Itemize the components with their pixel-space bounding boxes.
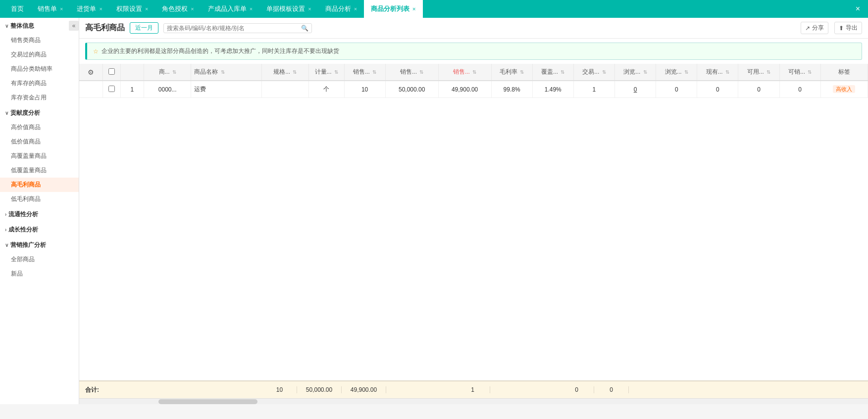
sidebar-item-category-assist-rate[interactable]: 商品分类助销率 <box>0 62 79 76</box>
col-sales-qty-header[interactable]: 销售... ⇅ <box>344 64 385 81</box>
nav-home[interactable]: 首页 <box>4 0 31 18</box>
cell-code: 0000... <box>144 81 191 98</box>
cell-browse1[interactable]: 0 <box>615 81 656 98</box>
cell-sales-profit: 49,900.00 <box>438 81 491 98</box>
cell-instock: 0 <box>697 81 738 98</box>
cell-unit: 个 <box>308 81 344 98</box>
col-code-header[interactable]: 商... ⇅ <box>144 64 191 81</box>
col-instock-header[interactable]: 现有... ⇅ <box>697 64 738 81</box>
cell-settings <box>79 81 103 98</box>
nav-sales-order[interactable]: 销售单 × <box>31 0 70 18</box>
nav-template-settings[interactable]: 单据模板设置 × <box>259 0 318 18</box>
col-spec-header[interactable]: 规格... ⇅ <box>261 64 308 81</box>
table-body: 1 0000... 运费 个 10 50,000.00 49,900.00 99… <box>79 81 868 98</box>
sidebar-item-low-coverage[interactable]: 低覆盖量商品 <box>0 163 79 178</box>
sidebar-item-sales-goods[interactable]: 销售类商品 <box>0 33 79 47</box>
filter-recent-month-button[interactable]: 近一月 <box>130 22 158 34</box>
sidebar: « ∨ 整体信息 销售类商品 交易过的商品 商品分类助销率 有库存的商品 库存资… <box>0 18 79 404</box>
cell-trade: 1 <box>573 81 614 98</box>
chevron-down-icon: ∨ <box>5 242 8 248</box>
nav-purchase-order[interactable]: 进货单 × <box>70 0 109 18</box>
sidebar-item-low-value[interactable]: 低价值商品 <box>0 135 79 149</box>
nav-role-auth[interactable]: 角色授权 × <box>155 0 201 18</box>
settings-icon[interactable]: ⚙ <box>88 68 94 76</box>
close-icon[interactable]: × <box>99 6 102 12</box>
sidebar-group-contribution-title[interactable]: ∨ 贡献度分析 <box>0 105 79 120</box>
close-icon[interactable]: × <box>354 6 357 12</box>
table-wrapper: ⚙ 商... ⇅ 商品名称 <box>79 64 868 380</box>
nav-product-analysis[interactable]: 商品分析 × <box>318 0 364 18</box>
footer-sales-amt: 50,000.00 <box>297 386 342 393</box>
sort-icon: ⇅ <box>520 69 524 75</box>
col-sellable-header[interactable]: 可销... ⇅ <box>779 64 820 81</box>
row-checkbox[interactable] <box>108 86 115 92</box>
horizontal-scroll-thumb[interactable] <box>158 399 257 404</box>
col-tag-header[interactable]: 标签 <box>820 64 868 81</box>
close-icon[interactable]: × <box>250 6 253 12</box>
close-icon[interactable]: × <box>412 6 415 12</box>
col-unit-header[interactable]: 计量... ⇅ <box>308 64 344 81</box>
sort-icon: ⇅ <box>172 69 176 75</box>
nav-product-inbound[interactable]: 产成品入库单 × <box>201 0 259 18</box>
sort-icon: ⇅ <box>221 69 225 75</box>
top-nav: 首页 销售单 × 进货单 × 权限设置 × 角色授权 × 产成品入库单 × 单据… <box>0 0 868 18</box>
footer-instock: 0 <box>560 386 594 393</box>
info-icon: ☆ <box>93 48 99 55</box>
share-button[interactable]: ↗ 分享 <box>801 22 828 34</box>
footer-trade: 1 <box>456 386 490 393</box>
sidebar-item-high-margin[interactable]: 高毛利商品 <box>0 178 79 192</box>
sort-icon: ⇅ <box>372 69 376 75</box>
sidebar-item-all-goods[interactable]: 全部商品 <box>0 252 79 267</box>
col-checkbox[interactable] <box>103 64 121 81</box>
export-button[interactable]: ⬆ 导出 <box>834 22 862 34</box>
horizontal-scroll-track[interactable] <box>79 398 868 404</box>
col-sales-amt-header[interactable]: 销售... ⇅ <box>385 64 438 81</box>
close-icon[interactable]: × <box>145 6 148 12</box>
col-browse2-header[interactable]: 浏览... ⇅ <box>656 64 697 81</box>
sort-icon: ⇅ <box>561 69 564 75</box>
close-icon[interactable]: × <box>308 6 311 12</box>
col-trade-header[interactable]: 交易... ⇅ <box>573 64 614 81</box>
close-icon[interactable]: × <box>60 6 63 12</box>
search-icon[interactable]: 🔍 <box>301 25 308 32</box>
sidebar-group-overall-title[interactable]: ∨ 整体信息 <box>0 18 79 33</box>
sidebar-group-marketing-title[interactable]: ∨ 营销推广分析 <box>0 237 79 252</box>
sidebar-item-stock-capital[interactable]: 库存资金占用 <box>0 91 79 105</box>
search-input[interactable] <box>167 25 301 32</box>
sort-icon: ⇅ <box>725 69 729 75</box>
nav-product-analysis-list[interactable]: 商品分析列表 × <box>364 0 422 18</box>
cell-checkbox[interactable] <box>103 81 121 98</box>
footer-label: 合计: <box>85 386 99 394</box>
col-cover-header[interactable]: 覆盖... ⇅ <box>532 64 573 81</box>
col-index-header[interactable] <box>120 64 144 81</box>
sidebar-item-traded-goods[interactable]: 交易过的商品 <box>0 47 79 62</box>
cell-name: 运费 <box>191 81 262 98</box>
col-sales-profit-header[interactable]: 销售... ⇅ <box>438 64 491 81</box>
col-settings[interactable]: ⚙ <box>79 64 103 81</box>
col-name-header[interactable]: 商品名称 ⇅ <box>191 64 262 81</box>
col-browse1-header[interactable]: 浏览... ⇅ <box>615 64 656 81</box>
select-all-checkbox[interactable] <box>108 68 115 75</box>
chevron-right-icon: › <box>5 212 6 217</box>
sidebar-item-high-value[interactable]: 高价值商品 <box>0 120 79 135</box>
col-avail-header[interactable]: 可用... ⇅ <box>738 64 779 81</box>
footer-cells: 10 50,000.00 49,900.00 1 0 0 <box>109 386 862 393</box>
sidebar-group-liquidity-title[interactable]: › 流通性分析 <box>0 206 79 222</box>
sidebar-item-low-margin[interactable]: 低毛利商品 <box>0 192 79 206</box>
cell-gross-rate: 99.8% <box>491 81 532 98</box>
nav-permission-settings[interactable]: 权限设置 × <box>109 0 155 18</box>
sidebar-item-new-goods[interactable]: 新品 <box>0 267 79 281</box>
product-table: ⚙ 商... ⇅ 商品名称 <box>79 64 868 98</box>
close-all-tabs[interactable]: × <box>852 4 864 13</box>
chevron-right-icon: › <box>5 227 6 233</box>
close-icon[interactable]: × <box>191 6 194 12</box>
search-box: 🔍 <box>163 23 312 33</box>
cell-tag: 高收入 <box>820 81 868 98</box>
sort-icon: ⇅ <box>684 69 688 75</box>
col-gross-rate-header[interactable]: 毛利率 ⇅ <box>491 64 532 81</box>
sidebar-collapse-button[interactable]: « <box>69 21 79 31</box>
sidebar-group-growth-title[interactable]: › 成长性分析 <box>0 222 79 237</box>
sort-icon: ⇅ <box>766 69 770 75</box>
sidebar-item-instock-goods[interactable]: 有库存的商品 <box>0 76 79 91</box>
sidebar-item-high-coverage[interactable]: 高覆盖量商品 <box>0 149 79 163</box>
